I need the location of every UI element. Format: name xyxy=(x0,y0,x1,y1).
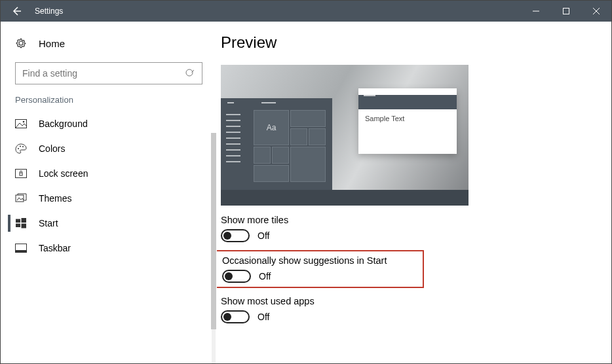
preview-sample-text: Sample Text xyxy=(358,109,457,128)
lock-screen-icon xyxy=(15,169,27,178)
preview-tile-aa: Aa xyxy=(254,110,289,145)
search-box[interactable] xyxy=(15,62,202,84)
setting-show-most-used-apps: Show most used apps Off xyxy=(221,296,592,323)
toggle-show-more-tiles[interactable] xyxy=(221,229,250,242)
setting-show-more-tiles: Show more tiles Off xyxy=(221,215,592,242)
search-icon xyxy=(185,68,195,79)
sidebar-item-label: Start xyxy=(39,218,58,228)
search-input[interactable] xyxy=(22,68,185,79)
start-icon xyxy=(15,218,27,228)
back-button[interactable] xyxy=(1,1,32,22)
palette-icon xyxy=(15,143,27,154)
taskbar-icon xyxy=(15,244,27,253)
maximize-button[interactable] xyxy=(551,1,581,22)
main-panel: Preview Aa Sample Text Show more tiles xyxy=(217,22,611,363)
gear-icon xyxy=(15,37,27,49)
picture-icon xyxy=(15,119,27,128)
category-label: Personalization xyxy=(1,95,217,111)
toggle-state: Off xyxy=(258,230,269,241)
toggle-suggestions-in-start[interactable] xyxy=(222,270,251,283)
sidebar-item-background[interactable]: Background xyxy=(1,111,217,136)
svg-rect-14 xyxy=(16,219,20,223)
home-label: Home xyxy=(39,38,65,49)
sidebar-item-colors[interactable]: Colors xyxy=(1,136,217,161)
sidebar-item-label: Themes xyxy=(39,193,72,204)
setting-label: Show most used apps xyxy=(221,296,592,306)
sidebar: Home Personalization Background Colors L… xyxy=(1,22,217,363)
svg-point-7 xyxy=(23,121,25,123)
svg-rect-15 xyxy=(22,218,27,223)
close-button[interactable] xyxy=(581,1,611,22)
sidebar-item-label: Colors xyxy=(39,143,65,154)
titlebar: Settings xyxy=(1,1,611,22)
scrollbar-thumb[interactable] xyxy=(211,133,216,329)
toggle-state: Off xyxy=(258,312,269,322)
sidebar-item-label: Lock screen xyxy=(39,168,88,179)
setting-label: Occasionally show suggestions in Start xyxy=(222,255,416,266)
svg-point-10 xyxy=(22,146,24,147)
preview-sample-window: Sample Text xyxy=(358,88,457,154)
svg-rect-19 xyxy=(16,250,27,253)
svg-point-9 xyxy=(20,146,21,147)
svg-rect-6 xyxy=(16,120,27,128)
sidebar-item-start[interactable]: Start xyxy=(1,211,217,236)
window-title: Settings xyxy=(35,7,63,16)
minimize-button[interactable] xyxy=(521,1,551,22)
svg-rect-11 xyxy=(16,170,27,178)
sidebar-item-themes[interactable]: Themes xyxy=(1,186,217,211)
svg-rect-12 xyxy=(20,173,22,175)
setting-label: Show more tiles xyxy=(221,215,592,225)
toggle-show-most-used-apps[interactable] xyxy=(221,310,250,323)
svg-point-4 xyxy=(186,69,193,76)
sidebar-item-taskbar[interactable]: Taskbar xyxy=(1,236,217,261)
svg-rect-17 xyxy=(22,224,27,228)
sidebar-item-lock-screen[interactable]: Lock screen xyxy=(1,161,217,186)
sidebar-item-label: Background xyxy=(39,118,88,129)
home-link[interactable]: Home xyxy=(1,33,217,58)
page-heading: Preview xyxy=(221,33,592,52)
preview-taskbar xyxy=(221,190,469,206)
svg-rect-16 xyxy=(16,224,20,228)
sidebar-item-label: Taskbar xyxy=(39,243,71,253)
toggle-state: Off xyxy=(259,271,271,282)
svg-rect-1 xyxy=(564,9,569,14)
setting-suggestions-in-start: Occasionally show suggestions in Start O… xyxy=(217,250,424,288)
svg-point-8 xyxy=(18,148,19,149)
preview-thumbnail: Aa Sample Text xyxy=(221,65,469,206)
preview-start-menu: Aa xyxy=(221,98,332,190)
themes-icon xyxy=(15,193,27,204)
